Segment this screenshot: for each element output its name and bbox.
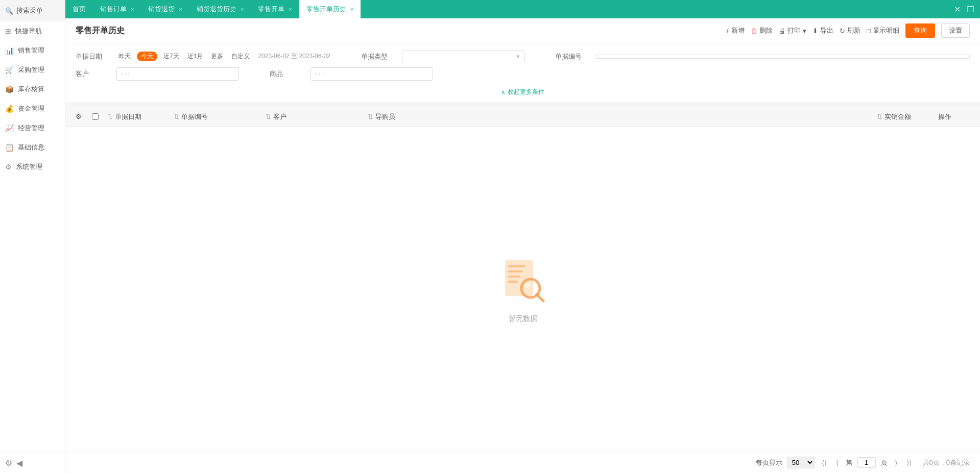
tab-home[interactable]: 首页 <box>65 0 93 18</box>
sort-icon: ⇅ <box>107 113 113 120</box>
date-btn-1month[interactable]: 近1月 <box>185 52 205 61</box>
query-btn[interactable]: 查询 <box>905 23 935 38</box>
th-amount-label: 实销金额 <box>885 112 911 121</box>
total-label: 共0页，0条记录 <box>923 458 970 467</box>
date-btn-custom[interactable]: 自定义 <box>229 52 252 61</box>
svg-line-6 <box>537 294 543 301</box>
delete-label: 删除 <box>759 26 773 35</box>
empty-svg <box>497 255 548 306</box>
sidebar-item-label: 快捷导航 <box>15 27 42 36</box>
purchase-mgmt-icon: 🛒 <box>5 66 14 74</box>
first-page-btn[interactable]: ⟨⟨ <box>820 459 829 467</box>
sidebar-item-inventory[interactable]: 📦 库存核算 <box>0 80 65 99</box>
tab-retail-open-history[interactable]: 零售开单历史 × <box>299 0 361 18</box>
collapse-row: ∧ 收起更多条件 <box>76 86 970 97</box>
th-checkbox[interactable] <box>87 113 103 120</box>
page-title: 零售开单历史 <box>76 26 125 36</box>
th-guide[interactable]: ⇅ 导购员 <box>364 112 425 121</box>
tab-sales-return-history[interactable]: 销货退货历史 × <box>189 0 251 18</box>
print-btn[interactable]: 🖨 打印 ▾ <box>779 26 806 35</box>
collapse-arrow-icon: ∧ <box>501 89 506 96</box>
tab-retail-open-history-label: 零售开单历史 <box>306 5 346 14</box>
sidebar-item-finance[interactable]: 💰 资金管理 <box>0 99 65 118</box>
customer-label: 客户 <box>76 69 106 79</box>
th-amount[interactable]: ⇅ 实销金额 <box>873 112 934 121</box>
th-num[interactable]: ⇅ 单据编号 <box>170 112 261 121</box>
sidebar-item-operation[interactable]: 📈 经营管理 <box>0 118 65 138</box>
tab-sales-return-history-close[interactable]: × <box>241 6 244 12</box>
th-num-label: 单据编号 <box>181 112 208 121</box>
search-icon: 🔍 <box>5 7 13 15</box>
page-input[interactable] <box>857 457 876 468</box>
sidebar-settings-btn[interactable]: ⚙ <box>5 458 12 468</box>
add-btn[interactable]: + 新增 <box>726 26 745 35</box>
tab-sales-order-label: 销售订单 <box>100 5 127 14</box>
main-area: 首页 销售订单 × 销货退货 × 销货退货历史 × 零售开单 × 零售开单历史 … <box>65 0 980 473</box>
print-label: 打印 <box>787 26 801 35</box>
th-settings[interactable]: ⚙ <box>70 113 87 120</box>
content-area: 零售开单历史 + 新增 🗑 删除 🖨 打印 ▾ ⬇ 导出 <box>65 18 980 473</box>
goods-label: 商品 <box>270 69 300 79</box>
date-btn-today[interactable]: 今天 <box>137 52 157 61</box>
refresh-btn[interactable]: ↻ 刷新 <box>840 26 861 35</box>
sidebar-item-quick-nav[interactable]: ⊞ 快捷导航 <box>0 21 65 41</box>
chevron-down-icon: ▾ <box>516 53 520 60</box>
date-btn-yesterday[interactable]: 昨天 <box>116 52 133 61</box>
collapse-btn[interactable]: ∧ 收起更多条件 <box>501 88 544 96</box>
system-mgmt-icon: ⚙ <box>5 163 12 171</box>
per-page-label: 每页显示 <box>756 458 782 467</box>
tab-sales-order[interactable]: 销售订单 × <box>93 0 141 18</box>
display-toggle[interactable]: □ 显示明细 <box>867 26 899 35</box>
window-close-btn[interactable]: ✕ <box>954 5 961 14</box>
prev-page-btn[interactable]: ⟨ <box>834 459 841 467</box>
page-suffix: 页 <box>881 458 888 467</box>
sidebar-search[interactable]: 🔍 搜索采单 <box>0 0 65 21</box>
last-page-btn[interactable]: ⟩⟩ <box>904 459 914 467</box>
sidebar-search-label: 搜索采单 <box>16 6 43 15</box>
sidebar: 🔍 搜索采单 ⊞ 快捷导航 📊 销售管理 🛒 采购管理 📦 库存核算 💰 资金管… <box>0 0 65 473</box>
empty-text: 暂无数据 <box>509 314 537 323</box>
table-area: ⚙ ⇅ 单据日期 ⇅ 单据编号 ⇅ 客户 ⇅ <box>65 107 980 452</box>
doc-type-select[interactable]: ▾ <box>402 51 524 62</box>
customer-input[interactable]: ··· <box>116 67 239 81</box>
date-btn-7days[interactable]: 近7天 <box>161 52 181 61</box>
inventory-icon: 📦 <box>5 85 14 93</box>
date-btn-more[interactable]: 更多 <box>209 52 225 61</box>
doc-num-input[interactable] <box>596 55 970 59</box>
tab-sales-return[interactable]: 销货退货 × <box>141 0 189 18</box>
tab-retail-open-close[interactable]: × <box>289 6 292 12</box>
window-restore-btn[interactable]: ❐ <box>967 5 974 14</box>
tab-retail-open-history-close[interactable]: × <box>350 6 353 12</box>
sales-mgmt-icon: 📊 <box>5 46 14 55</box>
sidebar-item-sales-mgmt[interactable]: 📊 销售管理 <box>0 41 65 60</box>
sidebar-item-basic-info[interactable]: 📋 基础信息 <box>0 138 65 157</box>
tab-retail-open[interactable]: 零售开单 × <box>251 0 299 18</box>
sidebar-item-purchase-mgmt[interactable]: 🛒 采购管理 <box>0 60 65 80</box>
filter-row-2: 客户 ··· 商品 ··· <box>76 67 970 81</box>
select-all-checkbox[interactable] <box>92 113 99 120</box>
tab-sales-return-close[interactable]: × <box>179 6 182 12</box>
filter-row-1: 单据日期 昨天 今天 近7天 近1月 更多 自定义 2023-06-02 至 2… <box>76 51 970 62</box>
empty-state: 暂无数据 <box>65 127 980 452</box>
next-page-btn[interactable]: ⟩ <box>893 459 899 467</box>
per-page-select[interactable]: 50 10 20 100 <box>787 457 815 468</box>
tab-sales-order-close[interactable]: × <box>131 6 134 12</box>
th-date[interactable]: ⇅ 单据日期 <box>103 112 170 121</box>
svg-rect-2 <box>508 270 523 272</box>
sidebar-bottom: ⚙ ◀ <box>0 453 65 473</box>
doc-num-label: 单据编号 <box>555 52 586 61</box>
tab-sales-return-history-label: 销货退货历史 <box>197 5 236 14</box>
th-action: 操作 <box>934 112 975 121</box>
export-btn[interactable]: ⬇ 导出 <box>812 26 833 35</box>
sidebar-item-system-mgmt[interactable]: ⚙ 系统管理 <box>0 157 65 177</box>
sidebar-collapse-btn[interactable]: ◀ <box>16 458 22 468</box>
th-customer[interactable]: ⇅ 客户 <box>261 112 364 121</box>
print-arrow-icon: ▾ <box>803 27 806 35</box>
tab-sales-return-label: 销货退货 <box>148 5 175 14</box>
goods-input[interactable]: ··· <box>310 67 433 81</box>
sidebar-item-label: 基础信息 <box>18 143 44 152</box>
sidebar-item-label: 资金管理 <box>18 104 44 113</box>
settings-btn[interactable]: 设置 <box>941 23 970 38</box>
delete-btn[interactable]: 🗑 删除 <box>751 26 773 35</box>
sidebar-item-label: 采购管理 <box>18 65 44 74</box>
